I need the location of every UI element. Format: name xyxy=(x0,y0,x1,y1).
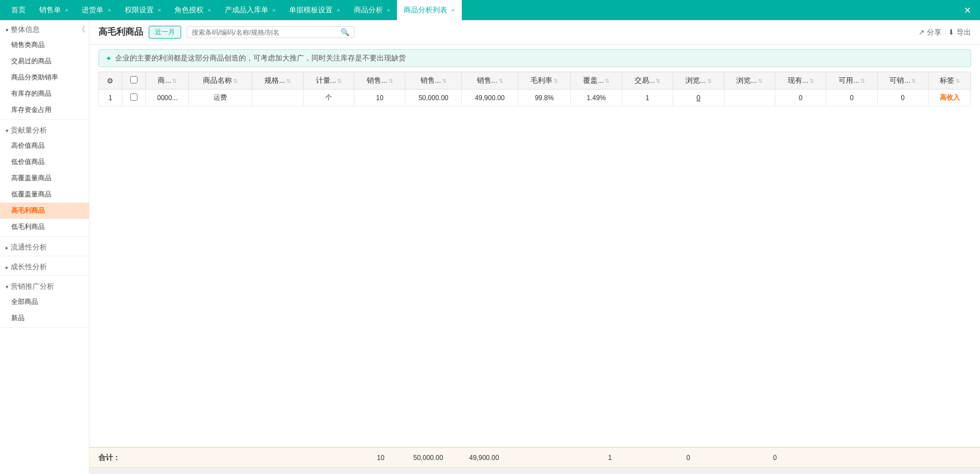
col-header-code[interactable]: 商... ⇅ xyxy=(146,72,189,90)
col-header-unit[interactable]: 计量... ⇅ xyxy=(303,72,354,90)
cell-unit: 个 xyxy=(303,90,354,106)
nav-tab-单据模板设置[interactable]: 单据模板设置× xyxy=(282,0,347,20)
total-label: 合计： xyxy=(98,453,143,463)
tab-close-icon[interactable]: × xyxy=(158,7,161,13)
col-sort-coverage[interactable]: 覆盖... ⇅ xyxy=(583,76,609,86)
sidebar-group-营销推广分析[interactable]: ▾营销推广分析 xyxy=(0,277,89,294)
window-close-button[interactable]: ✕ xyxy=(959,5,976,16)
sidebar-item-高价值商品[interactable]: 高价值商品 xyxy=(0,138,89,154)
col-header-sales_profit[interactable]: 销售... ⇅ xyxy=(462,72,518,90)
nav-tab-产成品入库单[interactable]: 产成品入库单× xyxy=(218,0,282,20)
sidebar-item-库存资金占用[interactable]: 库存资金占用 xyxy=(0,102,89,118)
sidebar-group-流通性分析[interactable]: ▸流通性分析 xyxy=(0,238,89,255)
sidebar-item-交易过的商品[interactable]: 交易过的商品 xyxy=(0,53,89,69)
nav-tab-商品分析列表[interactable]: 商品分析列表× xyxy=(397,0,461,20)
nav-tab-权限设置[interactable]: 权限设置× xyxy=(118,0,168,20)
filter-period-button[interactable]: 近一月 xyxy=(149,26,181,39)
col-sort-name[interactable]: 商品名称 ⇅ xyxy=(203,76,238,86)
sidebar-item-低价值商品[interactable]: 低价值商品 xyxy=(0,154,89,170)
footer-cell-7: 50,000.00 xyxy=(400,454,456,462)
col-header-settings[interactable]: ⚙ xyxy=(99,72,122,90)
tab-close-icon[interactable]: × xyxy=(451,7,455,13)
nav-tab-首页[interactable]: 首页 xyxy=(4,0,32,20)
sidebar-divider xyxy=(0,275,89,276)
col-sort-sales_profit[interactable]: 销售... ⇅ xyxy=(477,76,503,86)
col-header-salable_stock[interactable]: 可销... ⇅ xyxy=(877,72,928,90)
sidebar-group-贡献量分析[interactable]: ▾贡献量分析 xyxy=(0,121,89,138)
search-icon[interactable]: 🔍 xyxy=(340,28,349,36)
settings-icon[interactable]: ⚙ xyxy=(107,77,113,85)
footer-cell-16 xyxy=(797,454,842,462)
tab-close-icon[interactable]: × xyxy=(387,7,390,13)
tab-close-icon[interactable]: × xyxy=(65,7,68,13)
cell-link[interactable]: 0 xyxy=(697,93,700,102)
footer-cell-6: 10 xyxy=(361,454,400,462)
sidebar-item-高毛利商品[interactable]: 高毛利商品 xyxy=(0,203,89,219)
sidebar-divider xyxy=(0,119,89,120)
col-header-current_stock[interactable]: 现有... ⇅ xyxy=(775,72,826,90)
sidebar-item-全部商品[interactable]: 全部商品 xyxy=(0,294,89,310)
col-sort-code[interactable]: 商... ⇅ xyxy=(158,76,177,86)
footer-cell-3 xyxy=(221,454,288,462)
sidebar-item-低覆盖量商品[interactable]: 低覆盖量商品 xyxy=(0,186,89,203)
footer-total-bar: 合计： 1050,000.0049,900.00100 xyxy=(89,447,980,467)
share-button[interactable]: ↗ 分享 xyxy=(919,27,941,37)
col-header-trade[interactable]: 交易... ⇅ xyxy=(622,72,673,90)
search-input[interactable] xyxy=(192,29,340,36)
sidebar-item-有库存的商品[interactable]: 有库存的商品 xyxy=(0,86,89,102)
sidebar-group-整体信息[interactable]: ▾整体信息 xyxy=(0,20,89,37)
col-sort-browse1[interactable]: 浏览... ⇅ xyxy=(685,76,712,86)
nav-tab-销售单[interactable]: 销售单× xyxy=(32,0,75,20)
col-header-sales_amount[interactable]: 销售... ⇅ xyxy=(405,72,462,90)
tab-close-icon[interactable]: × xyxy=(207,7,211,13)
col-header-margin_rate[interactable]: 毛利率 ⇅ xyxy=(518,72,570,90)
nav-tab-进货单[interactable]: 进货单× xyxy=(75,0,117,20)
tag-badge: 高收入 xyxy=(940,93,960,101)
cell-browse1[interactable]: 0 xyxy=(673,90,724,106)
footer-cell-14 xyxy=(708,454,752,462)
tab-close-icon[interactable]: × xyxy=(272,7,276,13)
cell-browse2 xyxy=(724,90,775,106)
col-sort-spec[interactable]: 规格... ⇅ xyxy=(264,76,291,86)
col-header-browse1[interactable]: 浏览... ⇅ xyxy=(673,72,724,90)
sidebar-group-成长性分析[interactable]: ▸成长性分析 xyxy=(0,257,89,274)
row-checkbox[interactable] xyxy=(130,93,138,101)
nav-tab-商品分析[interactable]: 商品分析× xyxy=(347,0,397,20)
nav-tab-角色授权[interactable]: 角色授权× xyxy=(168,0,217,20)
footer-cell-11: 1 xyxy=(590,454,629,462)
col-header-coverage[interactable]: 覆盖... ⇅ xyxy=(571,72,622,90)
hint-text: 企业的主要的利润都是这部分商品创造的，可考虑加大推广，同时关注库存是不要出现缺货 xyxy=(115,53,406,63)
col-sort-margin_rate[interactable]: 毛利率 ⇅ xyxy=(531,76,558,86)
tab-close-icon[interactable]: × xyxy=(107,7,111,13)
col-sort-browse2[interactable]: 浏览... ⇅ xyxy=(736,76,763,86)
cell-sales_amount: 50,000.00 xyxy=(405,90,462,106)
horizontal-scrollbar[interactable] xyxy=(89,467,980,474)
col-sort-tag[interactable]: 标签 ⇅ xyxy=(940,76,960,86)
col-header-checkbox[interactable] xyxy=(122,72,146,90)
footer-cell-0 xyxy=(143,454,165,462)
col-sort-available_stock[interactable]: 可用... ⇅ xyxy=(839,76,865,86)
sidebar-item-销售类商品[interactable]: 销售类商品 xyxy=(0,37,89,53)
col-sort-salable_stock[interactable]: 可销... ⇅ xyxy=(889,76,916,86)
col-sort-trade[interactable]: 交易... ⇅ xyxy=(635,76,661,86)
col-header-spec[interactable]: 规格... ⇅ xyxy=(252,72,303,90)
col-header-tag[interactable]: 标签 ⇅ xyxy=(929,72,971,90)
col-sort-unit[interactable]: 计量... ⇅ xyxy=(316,76,342,86)
cell-checkbox[interactable] xyxy=(122,90,146,106)
col-sort-current_stock[interactable]: 现有... ⇅ xyxy=(788,76,814,86)
select-all-checkbox[interactable] xyxy=(130,76,138,83)
cell-coverage: 1.49% xyxy=(571,90,622,106)
export-button[interactable]: ⬇ 导出 xyxy=(948,27,971,37)
sidebar-item-商品分类助销率[interactable]: 商品分类助销率 xyxy=(0,69,89,86)
sidebar-item-新品[interactable]: 新品 xyxy=(0,310,89,326)
tab-close-icon[interactable]: × xyxy=(337,7,340,13)
col-header-browse2[interactable]: 浏览... ⇅ xyxy=(724,72,775,90)
col-sort-sales_count[interactable]: 销售... ⇅ xyxy=(367,76,393,86)
col-header-available_stock[interactable]: 可用... ⇅ xyxy=(826,72,877,90)
col-header-name[interactable]: 商品名称 ⇅ xyxy=(189,72,252,90)
col-sort-sales_amount[interactable]: 销售... ⇅ xyxy=(420,76,447,86)
sidebar-item-高覆盖量商品[interactable]: 高覆盖量商品 xyxy=(0,170,89,186)
sidebar-collapse-button[interactable]: 《 xyxy=(78,25,86,35)
col-header-sales_count[interactable]: 销售... ⇅ xyxy=(354,72,405,90)
sidebar-item-低毛利商品[interactable]: 低毛利商品 xyxy=(0,219,89,235)
